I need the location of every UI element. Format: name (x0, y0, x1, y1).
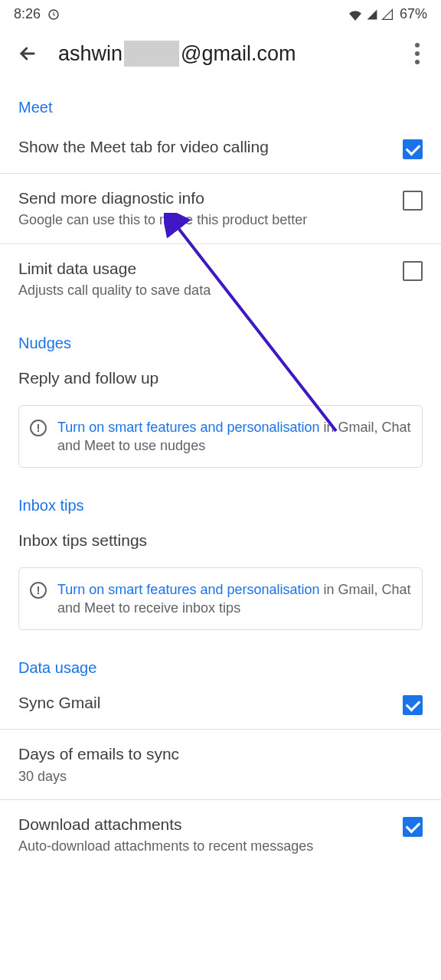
status-bar: 8:26 67% (0, 0, 441, 25)
alert-circle-icon: ! (30, 582, 47, 599)
section-data-usage: Data usage (0, 638, 441, 683)
row-subtitle: Auto-download attachments to recent mess… (18, 837, 390, 855)
info-box-nudges[interactable]: ! Turn on smart features and personalisa… (18, 405, 423, 469)
row-sync-gmail[interactable]: Sync Gmail (0, 683, 441, 729)
row-title: Download attachments (18, 814, 390, 835)
checkbox-diagnostic[interactable] (403, 191, 423, 211)
checkbox-show-meet-tab[interactable] (403, 139, 423, 159)
row-subtitle: Google can use this to make this product… (18, 211, 390, 229)
section-inbox-tips: Inbox tips (0, 475, 441, 521)
row-diagnostic[interactable]: Send more diagnostic info Google can use… (0, 174, 441, 243)
row-title: Days of emails to sync (18, 743, 423, 765)
battery-percent: 67% (400, 6, 427, 22)
row-days-sync[interactable]: Days of emails to sync 30 days (0, 730, 441, 799)
checkbox-download-attachments[interactable] (403, 817, 423, 837)
status-time: 8:26 (14, 6, 41, 22)
section-nudges: Nudges (0, 313, 441, 358)
section-meet: Meet (0, 90, 441, 122)
row-title: Show the Meet tab for video calling (18, 136, 390, 158)
row-title: Sync Gmail (18, 692, 390, 714)
row-subtitle: 30 days (18, 767, 423, 786)
row-download-attachments[interactable]: Download attachments Auto-download attac… (0, 800, 441, 870)
row-title: Reply and follow up (18, 368, 423, 389)
checkbox-sync-gmail[interactable] (403, 695, 423, 715)
row-reply-followup[interactable]: Reply and follow up (0, 358, 441, 397)
rotate-lock-icon (47, 8, 60, 21)
more-menu-icon[interactable] (410, 43, 424, 64)
info-text: Turn on smart features and personalisati… (57, 580, 411, 618)
signal-empty-icon (381, 8, 394, 21)
row-title: Inbox tips settings (18, 530, 423, 551)
row-limit-data[interactable]: Limit data usage Adjusts call quality to… (0, 244, 441, 314)
row-inbox-tips-settings[interactable]: Inbox tips settings (0, 521, 441, 559)
app-header: ashwin@gmail.com (0, 25, 441, 90)
info-box-inbox-tips[interactable]: ! Turn on smart features and personalisa… (18, 567, 423, 631)
redacted-block (124, 41, 179, 67)
wifi-icon (348, 8, 363, 21)
page-title: ashwin@gmail.com (58, 41, 390, 67)
row-show-meet-tab[interactable]: Show the Meet tab for video calling (0, 122, 441, 173)
info-text: Turn on smart features and personalisati… (57, 418, 411, 456)
row-subtitle: Adjusts call quality to save data (18, 281, 390, 299)
checkbox-limit-data[interactable] (403, 261, 423, 281)
signal-icon (366, 8, 378, 21)
alert-circle-icon: ! (30, 420, 47, 436)
back-arrow-icon[interactable] (17, 43, 38, 64)
row-title: Send more diagnostic info (18, 188, 390, 209)
row-title: Limit data usage (18, 258, 390, 279)
